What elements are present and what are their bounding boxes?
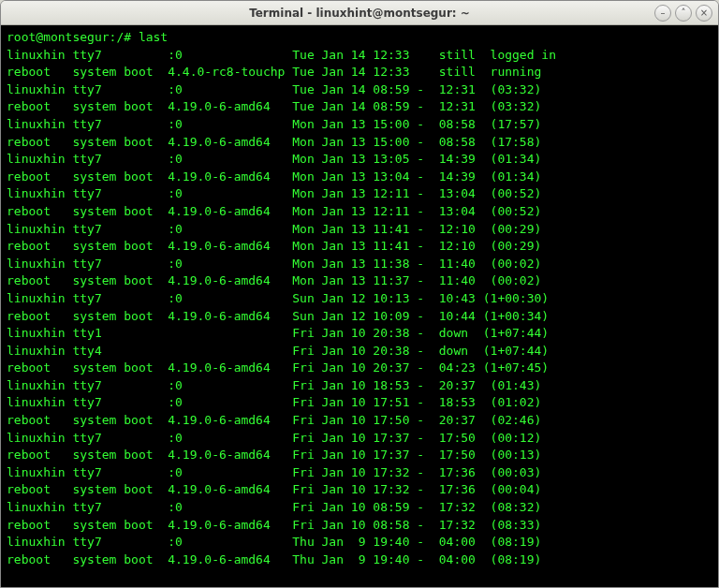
- window-title: Terminal - linuxhint@montsegur: ~: [249, 7, 470, 20]
- maximize-button[interactable]: ˄: [675, 5, 692, 22]
- titlebar[interactable]: Terminal - linuxhint@montsegur: ~ – ˄ ×: [1, 1, 718, 25]
- prompt: root@montsegur:/#: [7, 30, 139, 44]
- maximize-icon: ˄: [682, 8, 686, 18]
- terminal-area[interactable]: root@montsegur:/# last linuxhin tty7 :0 …: [1, 25, 718, 587]
- close-button[interactable]: ×: [696, 5, 712, 22]
- close-icon: ×: [700, 8, 708, 18]
- terminal-window: Terminal - linuxhint@montsegur: ~ – ˄ × …: [0, 0, 719, 588]
- minimize-button[interactable]: –: [654, 5, 671, 22]
- command: last: [139, 30, 168, 44]
- window-controls: – ˄ ×: [654, 5, 712, 22]
- minimize-icon: –: [661, 8, 666, 18]
- terminal-output: linuxhin tty7 :0 Tue Jan 14 12:33 still …: [7, 47, 712, 569]
